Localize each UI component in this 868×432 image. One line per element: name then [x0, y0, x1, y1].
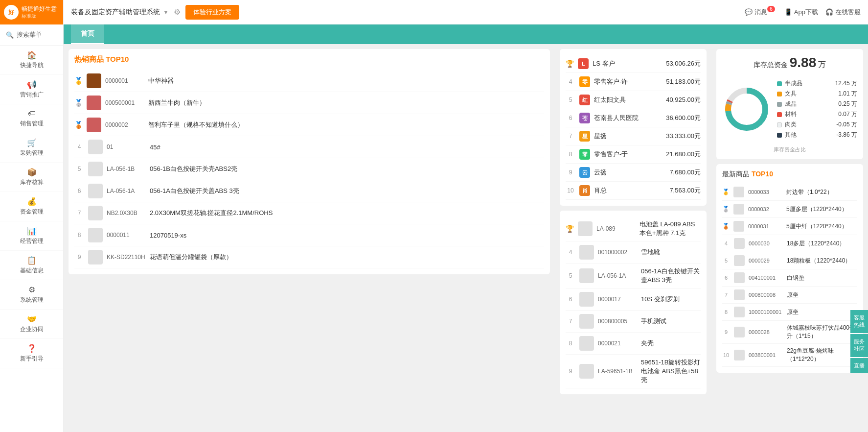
newest-item: 5 0000029 18颗粒板（1220*2440） [722, 252, 857, 269]
basic-info-icon: 📋 [27, 256, 37, 265]
sidebar-item-finance[interactable]: 💰 资金管理 [0, 192, 63, 221]
sidebar-search-area[interactable]: 🔍 搜索菜单 [0, 24, 63, 46]
legend-item: 肉类 -0.05 万 [777, 120, 857, 130]
product-thumbnail [88, 250, 103, 264]
product-item: 9 KK-SD22110H 花语萌但温分罐罐袋（厚款） [74, 246, 544, 268]
product-item: 7 000800005 手机测试 [566, 311, 701, 333]
inventory-icon: 📦 [27, 168, 37, 177]
ranking-item: 9 云 云扬 7,680.00元 [566, 164, 701, 182]
guide-icon: ❓ [27, 344, 37, 353]
sidebar-item-guide[interactable]: ❓ 新手引导 [0, 339, 63, 368]
sidebar-item-collaboration[interactable]: 🤝 企业协同 [0, 310, 63, 339]
product-item: 🥈 000500001 新西兰牛肉（新牛） [74, 92, 544, 114]
rank-num: 5 [74, 166, 84, 172]
rank-num: 10 [566, 187, 575, 194]
product-item: 4 001000002 雪地靴 [566, 241, 701, 264]
app-download-button[interactable]: 📱 App下载 [784, 8, 818, 17]
newest-thumbnail [733, 204, 744, 215]
dropdown-arrow-icon: ▼ [163, 9, 169, 16]
product-thumbnail [579, 268, 594, 283]
product-thumbnail [87, 96, 101, 110]
float-right-buttons: 客服热线 服务社区 直播 [850, 310, 868, 373]
rank-num: 7 [566, 318, 575, 325]
product-item: 🏆 LA-089 电池盖 LA-089 ABS本色+黑种 7.1克 [566, 216, 701, 241]
legend-item: 半成品 12.45 万 [777, 78, 857, 89]
mid-products-list: 🏆 LA-089 电池盖 LA-089 ABS本色+黑种 7.1克 4 0010… [566, 216, 701, 388]
rank-num: 6 [74, 188, 84, 194]
hot-products-card: 热销商品 TOP10 🥇 0000001 中华神器 🥈 000500001 新西… [69, 49, 550, 274]
service-community-button[interactable]: 服务社区 [850, 334, 868, 357]
ranking-item: 🏆 L LS 客户 53,006.26元 [566, 55, 701, 73]
rank-badge-silver-icon: 🥈 [74, 99, 83, 107]
inventory-card: 库存总资金 9.88 万 [716, 49, 863, 159]
operations-icon: 📊 [27, 226, 37, 236]
rank-avatar: 云 [579, 167, 590, 178]
newest-thumbnail [734, 238, 745, 249]
sidebar-item-purchase[interactable]: 🛒 采购管理 [0, 133, 63, 163]
customer-service-button[interactable]: 客服热线 [850, 310, 868, 333]
left-panel: 热销商品 TOP10 🥇 0000001 中华神器 🥈 000500001 新西… [64, 44, 555, 432]
topbar: 装备及固定资产辅助管理系统 ▼ ⚙ 体验行业方案 💬 消息 6 📱 App下载 … [64, 0, 868, 24]
product-item: 4 01 45# [74, 136, 544, 158]
online-service-button[interactable]: 🎧 在线客服 [825, 8, 861, 17]
product-thumbnail [87, 118, 101, 132]
product-item: 🥉 0000002 智利车子里（规格不知道填什么） [74, 114, 544, 136]
finance-icon: 💰 [27, 197, 37, 206]
rank-num: 4 [566, 78, 575, 85]
bronze-trophy-icon: 🥉 [722, 223, 730, 230]
marketing-icon: 📢 [27, 80, 37, 89]
product-item: 6 0000017 10S 变刹罗刹 [566, 288, 701, 311]
right-panel: 库存总资金 9.88 万 [711, 44, 868, 432]
product-thumbnail [579, 292, 594, 307]
rank-avatar: 零 [579, 149, 590, 160]
product-thumbnail [579, 314, 594, 329]
donut-legend: 半成品 12.45 万 文具 1.01 万 成品 0.25 万 [777, 78, 857, 140]
sidebar-item-inventory[interactable]: 📦 库存核算 [0, 163, 63, 192]
customer-ranking-list: 🏆 L LS 客户 53,006.26元 4 零 零售客户-许 51,183.0… [566, 55, 701, 200]
hot-products-list: 🥇 0000001 中华神器 🥈 000500001 新西兰牛肉（新牛） 🥉 [74, 70, 544, 268]
sidebar-item-basic-info[interactable]: 📋 基础信息 [0, 251, 63, 280]
newest-item: 🥈 0000032 5厘多层（1220*2440） [722, 201, 857, 218]
settings-icon[interactable]: ⚙ [174, 7, 181, 17]
newest-thumbnail [734, 289, 745, 300]
newest-thumbnail [734, 272, 745, 283]
sidebar-item-operations[interactable]: 📊 经营管理 [0, 221, 63, 251]
rank-num: 8 [566, 151, 575, 158]
legend-dot-other [777, 133, 782, 138]
product-thumbnail [88, 162, 103, 176]
newest-products-title: 最新商品 TOP10 [722, 170, 857, 179]
message-button[interactable]: 💬 消息 6 [745, 8, 777, 17]
rank-avatar: 零 [579, 76, 590, 87]
legend-item: 材料 0.07 万 [777, 109, 857, 120]
main-area: 装备及固定资产辅助管理系统 ▼ ⚙ 体验行业方案 💬 消息 6 📱 App下载 … [64, 0, 868, 432]
silver-trophy-icon: 🥈 [722, 206, 730, 213]
system-selector[interactable]: 装备及固定资产辅助管理系统 ▼ [71, 8, 169, 17]
legend-dot-product [777, 102, 782, 107]
rank-num: 9 [566, 169, 575, 176]
newest-thumbnail [734, 255, 745, 266]
sidebar-item-marketing[interactable]: 📢 营销推广 [0, 75, 63, 104]
live-stream-button[interactable]: 直播 [850, 358, 868, 373]
product-thumbnail [88, 140, 103, 154]
gold-trophy-icon: 🏆 [566, 225, 574, 233]
tab-home[interactable]: 首页 [71, 24, 104, 44]
sidebar-item-system[interactable]: ⚙ 系统管理 [0, 280, 63, 310]
search-menu-button[interactable]: 🔍 搜索菜单 [4, 28, 59, 41]
rank-num: 5 [566, 96, 575, 103]
inventory-label: 库存资金占比 [722, 146, 857, 153]
rank-badge-bronze-icon: 🥉 [74, 121, 83, 129]
trial-button[interactable]: 体验行业方案 [185, 5, 239, 20]
customer-sales-card: 🏆 L LS 客户 53,006.26元 4 零 零售客户-许 51,183.0… [560, 49, 707, 206]
ranking-item: 10 肖 肖总 7,563.00元 [566, 182, 701, 200]
sidebar-item-quick-nav[interactable]: 🏠 快捷导航 [0, 46, 63, 75]
newest-item: 🥇 0000033 封边带（1.0*22） [722, 184, 857, 201]
sidebar-item-sales[interactable]: 🏷 销售管理 [0, 104, 63, 133]
sidebar-menu: 🏠 快捷导航 📢 营销推广 🏷 销售管理 🛒 采购管理 📦 库存核算 💰 资金管… [0, 46, 63, 432]
newest-thumbnail [733, 221, 744, 232]
newest-item: 6 004100001 白钢垫 [722, 269, 857, 287]
rank-num: 4 [566, 249, 575, 256]
logo-icon: 好 [4, 5, 19, 20]
system-name: 装备及固定资产辅助管理系统 [71, 8, 160, 17]
ranking-item: 5 红 红太阳文具 40,925.00元 [566, 91, 701, 109]
newest-thumbnail [734, 327, 745, 337]
